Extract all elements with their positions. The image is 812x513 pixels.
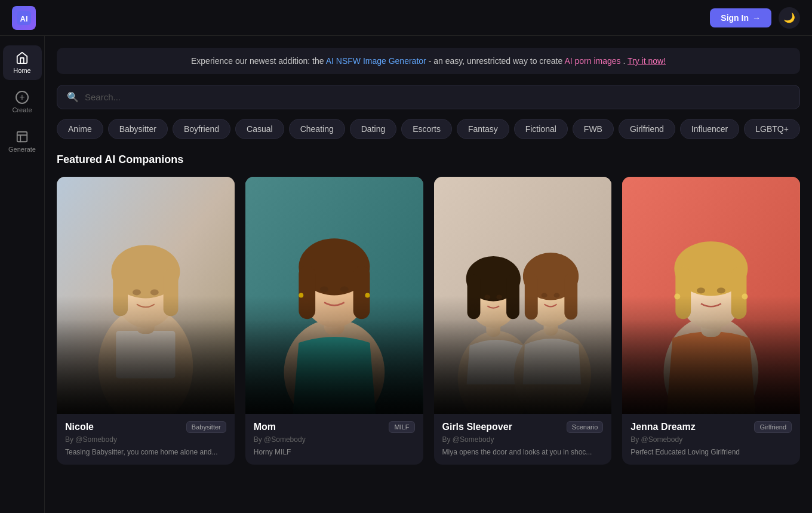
card-desc-jenna: Perfect Educated Loving Girlfriend	[630, 447, 792, 457]
svg-rect-28	[486, 307, 500, 337]
card-author-mom: By @Somebody	[254, 435, 415, 444]
svg-point-33	[484, 295, 490, 300]
svg-point-45	[664, 316, 759, 414]
svg-rect-36	[543, 306, 558, 336]
card-badge-mom: MILF	[389, 421, 414, 433]
header: AI Sign In → 🌙	[0, 0, 812, 36]
svg-rect-13	[57, 177, 235, 414]
sign-in-button[interactable]: Sign In →	[710, 8, 771, 27]
card-badge-nicole: Babysitter	[186, 421, 226, 433]
card-name-row-nicole: Nicole Babysitter	[65, 421, 226, 433]
cards-grid: Nicole Babysitter By @Somebody Teasing B…	[57, 177, 800, 465]
generate-icon	[16, 130, 29, 143]
banner-link-porn[interactable]: AI porn images	[564, 56, 620, 66]
search-input[interactable]	[85, 92, 790, 102]
section-title: Featured AI Companions	[57, 153, 800, 166]
banner: Experience our newest addition: the AI N…	[57, 48, 800, 74]
header-right: Sign In → 🌙	[710, 7, 800, 29]
svg-rect-2	[17, 132, 27, 142]
sign-in-label: Sign In	[721, 13, 749, 23]
card-badge-jenna: Girlfriend	[754, 421, 792, 433]
card-info-nicole: Nicole Babysitter By @Somebody Teasing B…	[57, 414, 235, 465]
card-desc-mom: Horny MILF	[254, 447, 415, 457]
card-desc-nicole: Teasing Babysitter, you come home alone …	[65, 447, 226, 457]
search-bar: 🔍	[57, 85, 800, 109]
category-lgbtq[interactable]: LGBTQ+	[744, 119, 800, 139]
svg-point-27	[457, 331, 534, 414]
banner-cta[interactable]: Try it now!	[628, 56, 666, 66]
svg-point-15	[284, 319, 385, 414]
card-girls-sleepover[interactable]: Girls Sleepover Scenario By @Somebody Mi…	[434, 177, 612, 465]
sidebar-home-label: Home	[13, 67, 30, 74]
svg-rect-6	[137, 301, 155, 334]
card-jenna-dreamz[interactable]: Jenna Dreamz Girlfriend By @Somebody Per…	[622, 177, 800, 465]
logo-icon: AI	[12, 6, 36, 30]
card-image-nicole	[57, 177, 235, 414]
banner-middle: - an easy, unrestricted way to create	[429, 56, 565, 66]
svg-rect-43	[434, 177, 612, 414]
card-image-sleepover	[434, 177, 612, 414]
category-fantasy[interactable]: Fantasy	[457, 119, 509, 139]
card-image-svg-mom	[245, 177, 423, 414]
category-cheating[interactable]: Cheating	[289, 119, 345, 139]
category-anime[interactable]: Anime	[57, 119, 103, 139]
svg-rect-55	[622, 177, 800, 414]
svg-point-34	[496, 295, 502, 300]
banner-prefix: Experience our newest addition: the	[191, 56, 326, 66]
sidebar: Home + Create Generate	[0, 36, 45, 513]
sidebar-item-generate[interactable]: Generate	[3, 124, 42, 159]
card-image-svg-sleepover	[434, 177, 612, 414]
card-info-mom: Mom MILF By @Somebody Horny MILF	[245, 414, 423, 465]
card-info-jenna: Jenna Dreamz Girlfriend By @Somebody Per…	[622, 414, 800, 465]
sidebar-item-create[interactable]: + Create	[3, 85, 42, 119]
category-dating[interactable]: Dating	[350, 119, 396, 139]
card-badge-sleepover: Scenario	[567, 421, 603, 433]
card-info-sleepover: Girls Sleepover Scenario By @Somebody Mi…	[434, 414, 612, 465]
category-casual[interactable]: Casual	[235, 119, 284, 139]
category-boyfriend[interactable]: Boyfriend	[173, 119, 230, 139]
card-image-mom	[245, 177, 423, 414]
categories-bar: Anime Babysitter Boyfriend Casual Cheati…	[57, 119, 800, 139]
card-mom[interactable]: Mom MILF By @Somebody Horny MILF	[245, 177, 423, 465]
sidebar-generate-label: Generate	[8, 146, 36, 153]
category-escorts[interactable]: Escorts	[401, 119, 452, 139]
svg-rect-46	[701, 301, 721, 337]
plus-icon: +	[16, 91, 29, 104]
theme-icon: 🌙	[783, 12, 795, 23]
card-desc-sleepover: Miya opens the door and looks at you in …	[442, 447, 604, 457]
svg-rect-25	[245, 177, 423, 414]
sidebar-create-label: Create	[12, 106, 32, 113]
card-name-sleepover: Girls Sleepover	[442, 422, 512, 432]
svg-point-4	[98, 307, 193, 414]
card-name-jenna: Jenna Dreamz	[630, 422, 696, 432]
search-icon: 🔍	[67, 91, 79, 103]
card-author-jenna: By @Somebody	[630, 435, 792, 444]
category-fwb[interactable]: FWB	[573, 119, 614, 139]
card-image-svg-jenna	[622, 177, 800, 414]
theme-toggle-button[interactable]: 🌙	[779, 7, 800, 29]
category-girlfriend[interactable]: Girlfriend	[619, 119, 675, 139]
card-author-nicole: By @Somebody	[65, 435, 226, 444]
svg-rect-16	[324, 300, 345, 334]
svg-point-35	[513, 328, 590, 414]
card-name-row-mom: Mom MILF	[254, 421, 415, 433]
banner-suffix: .	[623, 56, 628, 66]
category-influencer[interactable]: Influencer	[680, 119, 739, 139]
banner-link-generator[interactable]: AI NSFW Image Generator	[326, 56, 426, 66]
sidebar-item-home[interactable]: Home	[3, 45, 42, 80]
home-icon	[16, 51, 29, 64]
card-image-svg-nicole	[57, 177, 235, 414]
sign-in-arrow-icon: →	[752, 13, 761, 23]
card-name-nicole: Nicole	[65, 422, 94, 432]
category-fictional[interactable]: Fictional	[514, 119, 568, 139]
card-name-row-sleepover: Girls Sleepover Scenario	[442, 421, 604, 433]
card-name-row-jenna: Jenna Dreamz Girlfriend	[630, 421, 792, 433]
svg-rect-5	[116, 331, 175, 378]
card-author-sleepover: By @Somebody	[442, 435, 604, 444]
card-image-jenna	[622, 177, 800, 414]
svg-text:AI: AI	[20, 14, 28, 23]
category-babysitter[interactable]: Babysitter	[108, 119, 168, 139]
card-name-mom: Mom	[254, 422, 276, 432]
logo: AI	[12, 6, 36, 30]
card-nicole[interactable]: Nicole Babysitter By @Somebody Teasing B…	[57, 177, 235, 465]
